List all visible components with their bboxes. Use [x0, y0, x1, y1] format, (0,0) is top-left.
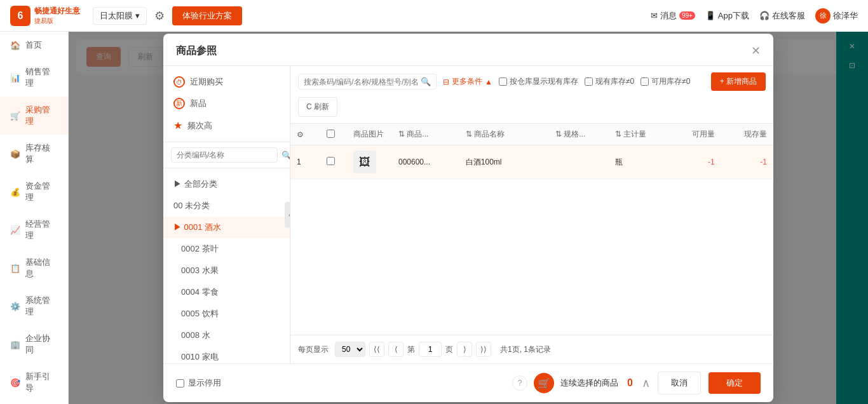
- confirm-button[interactable]: 确定: [709, 372, 761, 394]
- quick-recent[interactable]: ⏱ 近期购买: [163, 71, 290, 93]
- th-stock: 现存量: [721, 124, 773, 145]
- sales-icon: 📊: [10, 73, 20, 83]
- category-list: ▶ 全部分类 00 未分类 ▶ 0001 酒水 0002 茶叶 0003 水果 …: [163, 168, 290, 363]
- finance-icon: 💰: [10, 187, 20, 197]
- operation-icon: 📈: [10, 226, 20, 235]
- table-body: 1 🖼 000600... 白酒100ml: [290, 145, 773, 179]
- total-info: 共1页, 1条记录: [500, 344, 551, 355]
- chevron-down-icon: ▾: [135, 11, 140, 20]
- collapse-up-icon[interactable]: ∧: [642, 376, 650, 390]
- cart-icon[interactable]: 🛒: [534, 373, 554, 393]
- cat-0001[interactable]: ▶ 0001 酒水: [163, 217, 290, 238]
- cell-code: 000600...: [392, 145, 459, 179]
- disabled-checkbox-input[interactable]: [176, 379, 184, 387]
- logo: 6 畅捷通好生意 捷易版: [10, 6, 80, 26]
- page-last-btn[interactable]: ⟩⟩: [476, 342, 491, 357]
- cell-unit: 瓶: [609, 145, 661, 179]
- new-icon: 新: [173, 98, 185, 109]
- quick-frequent[interactable]: ★ 频次高: [163, 114, 290, 137]
- sidebar-item-apps[interactable]: 📱 应用中心: [0, 401, 68, 404]
- sidebar-item-sales[interactable]: 📊 销售管理: [0, 58, 68, 97]
- page-suffix-label: 页: [445, 344, 453, 355]
- cell-check: [320, 145, 347, 179]
- sort-code-icon: ⇅: [398, 130, 405, 138]
- select-all-checkbox[interactable]: [327, 130, 335, 138]
- per-page-select[interactable]: 50: [335, 342, 365, 357]
- modal-close-button[interactable]: ✕: [751, 44, 761, 58]
- sort-unit-icon: ⇅: [615, 130, 621, 138]
- modal-overlay: 商品参照 ✕ ⏱ 近期购买 新: [69, 32, 868, 404]
- checkbox-available-stock[interactable]: 可用库存≠0: [641, 76, 690, 87]
- nav-right-area: ✉ 消息 99+ 📱 App下载 🎧 在线客服 徐 徐泽华: [651, 8, 858, 24]
- sidebar-item-guide[interactable]: 🎯 新手引导: [0, 363, 68, 401]
- th-spec: ⇅ 规格...: [549, 124, 609, 145]
- settings-icon[interactable]: ⚙: [297, 130, 304, 139]
- sidebar-item-finance[interactable]: 💰 资金管理: [0, 173, 68, 211]
- cat-0008[interactable]: 0008 水: [163, 325, 290, 346]
- cat-0003[interactable]: 0003 水果: [163, 260, 290, 281]
- cat-00[interactable]: 00 未分类: [163, 195, 290, 217]
- refresh-btn[interactable]: C 刷新: [298, 97, 337, 117]
- sidebar-item-home[interactable]: 🏠 首页: [0, 32, 68, 58]
- help-icon[interactable]: ?: [512, 375, 527, 391]
- sidebar-item-enterprise[interactable]: 🏢 企业协同: [0, 325, 68, 363]
- sidebar-item-inventory[interactable]: 📦 库存核算: [0, 135, 68, 173]
- system-icon: ⚙️: [10, 302, 20, 311]
- checkbox-current-stock[interactable]: 现有库存≠0: [585, 76, 634, 87]
- nav-branch-dropdown[interactable]: 日太阳膜 ▾: [93, 7, 147, 25]
- cart-label: 连续选择的商品: [560, 377, 618, 389]
- app-download-item[interactable]: 📱 App下载: [705, 10, 749, 22]
- table-toolbar: 🔍 ⊟ 更多条件 ▲ 按仓库显示现有库存: [290, 66, 773, 124]
- cell-num: 1: [290, 145, 320, 179]
- page-next-btn[interactable]: ⟩: [457, 342, 472, 357]
- th-name: ⇅ 商品名称: [459, 124, 549, 145]
- search-submit-icon[interactable]: 🔍: [421, 77, 431, 86]
- add-product-btn[interactable]: + 新增商品: [711, 72, 766, 91]
- sidebar-item-system[interactable]: ⚙️ 系统管理: [0, 287, 68, 325]
- product-search-input[interactable]: [304, 77, 418, 86]
- show-disabled-checkbox[interactable]: 显示停用: [176, 377, 221, 389]
- cat-all[interactable]: ▶ 全部分类: [163, 173, 290, 195]
- cancel-button[interactable]: 取消: [658, 372, 701, 394]
- cat-0002[interactable]: 0002 茶叶: [163, 238, 290, 260]
- sidebar-item-basics[interactable]: 📋 基础信息: [0, 249, 68, 287]
- settings-gear-icon[interactable]: ⚙: [154, 9, 165, 23]
- row-checkbox[interactable]: [327, 157, 335, 165]
- quick-new[interactable]: 新 新品: [163, 93, 290, 114]
- th-num: ⚙: [290, 124, 320, 145]
- per-page-label: 每页显示: [298, 344, 329, 355]
- purchase-icon: 🛒: [10, 111, 20, 121]
- table-row[interactable]: 1 🖼 000600... 白酒100ml: [290, 145, 773, 179]
- modal-body: ⏱ 近期购买 新 新品 ★ 频次高: [163, 66, 773, 363]
- cat-0005[interactable]: 0005 饮料: [163, 303, 290, 325]
- sidebar-item-purchase[interactable]: 🛒 采购管理: [0, 97, 68, 135]
- left-panel-collapse-btn[interactable]: «: [285, 202, 290, 227]
- more-filter-btn[interactable]: ⊟ 更多条件 ▲: [443, 76, 492, 87]
- online-service-item[interactable]: 🎧 在线客服: [759, 10, 805, 22]
- experience-btn[interactable]: 体验行业方案: [172, 6, 242, 25]
- th-img: 商品图片: [347, 124, 392, 145]
- page-first-btn[interactable]: ⟨⟨: [369, 342, 384, 357]
- cell-img: 🖼: [347, 145, 392, 179]
- user-avatar-item[interactable]: 徐 徐泽华: [815, 8, 858, 24]
- left-sidebar: 🏠 首页 📊 销售管理 🛒 采购管理 📦 库存核算 💰 资金管理 📈 经营管理 …: [0, 32, 69, 404]
- checkbox-warehouse-stock[interactable]: 按仓库显示现有库存: [499, 76, 578, 87]
- cell-stock: -1: [721, 145, 773, 179]
- th-unit: ⇅ 主计量: [609, 124, 661, 145]
- sidebar-item-operation[interactable]: 📈 经营管理: [0, 211, 68, 249]
- quick-access-section: ⏱ 近期购买 新 新品 ★ 频次高: [163, 66, 290, 142]
- page-prev-btn[interactable]: ⟨: [388, 342, 403, 357]
- cat-0010[interactable]: 0010 家电: [163, 346, 290, 363]
- cart-area: ? 🛒 连续选择的商品 0 ∧: [512, 373, 650, 393]
- cell-spec: [549, 145, 609, 179]
- search-icon[interactable]: 🔍: [281, 151, 290, 160]
- cat-0004[interactable]: 0004 零食: [163, 281, 290, 303]
- th-avail: 可用量: [661, 124, 721, 145]
- phone-icon: 📱: [705, 11, 715, 20]
- messages-nav-item[interactable]: ✉ 消息 99+: [651, 10, 695, 22]
- page-number-input[interactable]: [419, 342, 442, 357]
- messages-badge: 99+: [679, 11, 695, 20]
- modal-header: 商品参照 ✕: [163, 34, 773, 66]
- category-search-input[interactable]: [171, 147, 278, 163]
- clock-icon: ⏱: [173, 76, 185, 88]
